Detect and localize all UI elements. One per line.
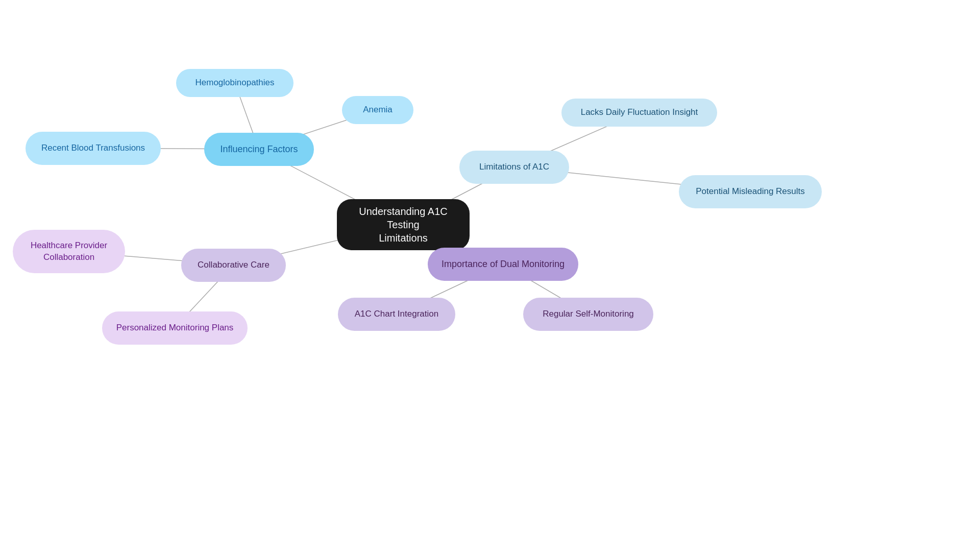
a1c-chart-node: A1C Chart Integration bbox=[338, 298, 455, 331]
regular-self-label: Regular Self-Monitoring bbox=[543, 308, 634, 320]
collaborative-care-label: Collaborative Care bbox=[198, 259, 270, 271]
anemia-node: Anemia bbox=[342, 96, 413, 124]
limitations-a1c-node: Limitations of A1C bbox=[459, 151, 569, 184]
lacks-daily-label: Lacks Daily Fluctuation Insight bbox=[581, 107, 698, 118]
center-label: Understanding A1C Testing Limitations bbox=[349, 205, 457, 245]
potential-misleading-label: Potential Misleading Results bbox=[696, 186, 805, 197]
personalized-label: Personalized Monitoring Plans bbox=[116, 322, 234, 333]
potential-misleading-node: Potential Misleading Results bbox=[679, 175, 822, 208]
healthcare-provider-node: Healthcare Provider Collaboration bbox=[13, 230, 125, 273]
personalized-node: Personalized Monitoring Plans bbox=[102, 311, 248, 345]
dual-monitoring-node: Importance of Dual Monitoring bbox=[428, 248, 578, 281]
healthcare-provider-label: Healthcare Provider Collaboration bbox=[31, 240, 107, 262]
a1c-chart-label: A1C Chart Integration bbox=[355, 308, 438, 320]
hemoglobinopathies-node: Hemoglobinopathies bbox=[176, 69, 293, 97]
dual-monitoring-label: Importance of Dual Monitoring bbox=[442, 258, 565, 270]
recent-blood-node: Recent Blood Transfusions bbox=[26, 132, 161, 165]
recent-blood-label: Recent Blood Transfusions bbox=[41, 142, 145, 154]
anemia-label: Anemia bbox=[363, 104, 393, 115]
center-node: Understanding A1C Testing Limitations bbox=[337, 199, 470, 250]
hemoglobinopathies-label: Hemoglobinopathies bbox=[195, 77, 275, 88]
limitations-a1c-label: Limitations of A1C bbox=[479, 161, 549, 173]
regular-self-node: Regular Self-Monitoring bbox=[523, 298, 653, 331]
influencing-factors-node: Influencing Factors bbox=[204, 133, 314, 166]
influencing-factors-label: Influencing Factors bbox=[220, 143, 298, 155]
collaborative-care-node: Collaborative Care bbox=[181, 249, 286, 282]
lacks-daily-node: Lacks Daily Fluctuation Insight bbox=[561, 99, 717, 127]
